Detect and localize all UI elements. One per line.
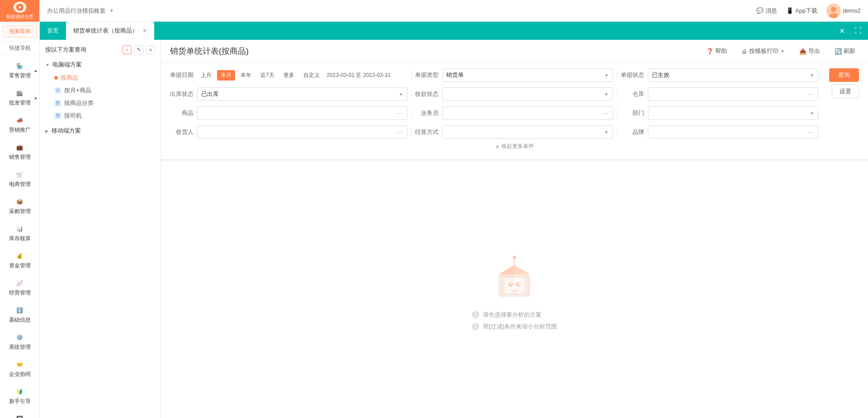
field-doc-status: 单据状态 已生效 ▼ — [621, 68, 819, 82]
divider-7 — [411, 128, 411, 137]
doc-status-value: 已生效 — [652, 71, 670, 79]
pay-status-input[interactable]: ▼ — [442, 87, 613, 101]
svg-point-1 — [831, 7, 836, 12]
user-profile[interactable]: demo2 — [826, 4, 861, 18]
filter-row-2: 出库状态 已出库 ▼ 收款状态 — [170, 87, 818, 101]
tree-parent-mobile[interactable]: ▶ 移动端方案 — [40, 124, 160, 138]
sidebar-item-wholesale[interactable]: 🏬 批发管理 ▲ — [0, 84, 39, 111]
page-title: 销货单统计表(按商品) — [170, 46, 249, 57]
receiver-input[interactable]: ··· — [197, 125, 407, 139]
field-pay-status: 收款状态 ▼ — [415, 87, 613, 101]
sidebar-item-purchase[interactable]: 📦 采购管理 — [0, 193, 39, 220]
sidebar-item-inventory[interactable]: 📊 库存核算 — [0, 220, 39, 247]
template-print-btn[interactable]: 🖨 按模板打印 ▼ — [738, 45, 788, 57]
app-name: 畅捷通好生意 — [6, 14, 33, 20]
tab-close-btn[interactable]: ✕ — [142, 28, 147, 34]
tab-maximize-btn[interactable]: ⛶ — [852, 24, 864, 37]
tab-close-window-btn[interactable]: ✕ — [835, 24, 848, 37]
export-btn[interactable]: 📤 导出 — [796, 45, 824, 57]
tree-child-by-month-product-label: 按月+商品 — [64, 86, 91, 95]
divider-1 — [411, 71, 411, 80]
doc-type-input[interactable]: 销货单 ▼ — [442, 68, 613, 82]
settings-button[interactable]: 设置 — [832, 85, 859, 98]
collapse-panel-btn[interactable]: « — [146, 45, 155, 54]
sidebar-item-sales-label: 销售管理 — [9, 153, 31, 161]
field-payment-method: 结算方式 ▼ — [415, 125, 613, 139]
payment-method-arrow: ▼ — [604, 130, 609, 135]
sidebar-item-enterprise-coop[interactable]: 🤝 企业协同 — [0, 356, 39, 383]
tree-child-by-product[interactable]: 按商品 — [40, 71, 160, 84]
tree-child-by-product-category[interactable]: 图 按商品分类 — [40, 97, 160, 109]
message-btn[interactable]: 💬 消息 — [756, 7, 777, 15]
btn-last-month[interactable]: 上月 — [197, 70, 215, 81]
add-scheme-btn[interactable]: ＋ — [123, 45, 132, 54]
svg-point-8 — [510, 283, 512, 285]
department-input[interactable]: ▼ — [648, 106, 819, 120]
empty-icon — [487, 249, 542, 304]
help-btn[interactable]: ❓ 帮助 — [703, 45, 731, 57]
btn-last-7-days[interactable]: 近7天 — [257, 70, 278, 81]
message-icon: 💬 — [756, 7, 764, 14]
sidebar-item-ecommerce[interactable]: 🛒 电商管理 — [0, 166, 39, 193]
tree-child-by-printer-label: 按司机 — [64, 112, 82, 120]
doc-status-label: 单据状态 — [621, 71, 648, 79]
tab-home[interactable]: 首页 — [40, 22, 66, 40]
topbar-dropdown-arrow[interactable]: ▼ — [109, 8, 114, 13]
tab-sales-stat-label: 销货单统计表（按商品） — [73, 27, 138, 35]
divider-2 — [617, 71, 617, 80]
receiver-dots: ··· — [396, 128, 403, 136]
tree-child-by-month-product[interactable]: 日 按月+商品 — [40, 84, 160, 97]
collapse-up-icon: ∧ — [495, 143, 500, 150]
message-label: 消息 — [765, 7, 777, 15]
quick-nav-btn[interactable]: 快捷导航 — [0, 42, 39, 55]
query-button[interactable]: 查询 — [829, 68, 859, 82]
search-menu-area[interactable]: 搜索菜单 — [0, 22, 39, 42]
btn-more[interactable]: 更多 — [280, 70, 298, 81]
divider-3 — [411, 90, 411, 99]
sidebar-item-new-guide[interactable]: 🔰 新手引导 — [0, 383, 39, 410]
sidebar-item-system[interactable]: ⚙️ 系统管理 — [0, 328, 39, 356]
sidebar-item-app-center[interactable]: 🔲 应用中心 — [0, 410, 39, 418]
out-status-input[interactable]: 已出库 ▼ — [197, 87, 407, 101]
doc-status-arrow: ▼ — [810, 73, 814, 78]
btn-this-month[interactable]: 本月 — [217, 70, 235, 81]
search-menu-btn[interactable]: 搜索菜单 — [3, 25, 37, 38]
sidebar-item-sales[interactable]: 💼 销售管理 — [0, 138, 39, 166]
salesperson-input[interactable]: ··· — [442, 106, 613, 120]
sidebar-item-retail[interactable]: 🏪 零售管理 ▲ — [0, 57, 39, 84]
sidebar-item-marketing-label: 营销推广 — [9, 126, 31, 134]
tree-child-by-printer[interactable]: 图 按司机 — [40, 109, 160, 122]
edit-scheme-btn[interactable]: ✎ — [134, 45, 143, 54]
sidebar-item-purchase-label: 采购管理 — [9, 208, 31, 215]
new-guide-icon: 🔰 — [15, 387, 24, 396]
sidebar-item-basic-info[interactable]: ℹ️ 基础信息 — [0, 301, 39, 328]
basic-info-icon: ℹ️ — [15, 306, 24, 315]
tip-1-num: 1 — [472, 311, 479, 318]
collapse-btn[interactable]: ∧ 收起更多条件 — [170, 139, 859, 154]
field-salesperson: 业务员 ··· — [415, 106, 613, 120]
sidebar-item-finance[interactable]: 💰 资金管理 — [0, 247, 39, 274]
warehouse-input[interactable]: ··· — [648, 87, 819, 101]
field-brand: 品牌 ··· — [621, 125, 819, 139]
btn-this-year[interactable]: 本年 — [237, 70, 255, 81]
page-title-actions: ❓ 帮助 🖨 按模板打印 ▼ 📤 导出 🔄 — [703, 45, 859, 57]
field-doc-type: 单据类型 销货单 ▼ — [415, 68, 613, 82]
doc-status-input[interactable]: 已生效 ▼ — [648, 68, 819, 82]
product-input[interactable]: ··· — [197, 106, 407, 120]
app-download-icon: 📱 — [786, 7, 793, 14]
refresh-icon: 🔄 — [835, 48, 842, 55]
retail-arrow: ▲ — [34, 69, 38, 73]
btn-custom[interactable]: 自定义 — [300, 70, 323, 81]
app-download-btn[interactable]: 📱 App下载 — [786, 7, 817, 15]
export-icon: 📤 — [799, 48, 807, 55]
sidebar-item-operations[interactable]: 📈 经营管理 — [0, 274, 39, 301]
refresh-btn[interactable]: 🔄 刷新 — [831, 45, 859, 57]
tab-sales-stat[interactable]: 销货单统计表（按商品） ✕ — [66, 22, 154, 40]
brand-input[interactable]: ··· — [648, 125, 819, 139]
payment-method-input[interactable]: ▼ — [442, 125, 613, 139]
tree-parent-pc[interactable]: ▼ 电脑端方案 — [40, 58, 160, 71]
pay-status-arrow: ▼ — [604, 92, 609, 97]
sidebar-item-basic-info-label: 基础信息 — [9, 316, 31, 324]
sidebar-item-marketing[interactable]: 📣 营销推广 — [0, 111, 39, 138]
avatar — [826, 4, 841, 18]
